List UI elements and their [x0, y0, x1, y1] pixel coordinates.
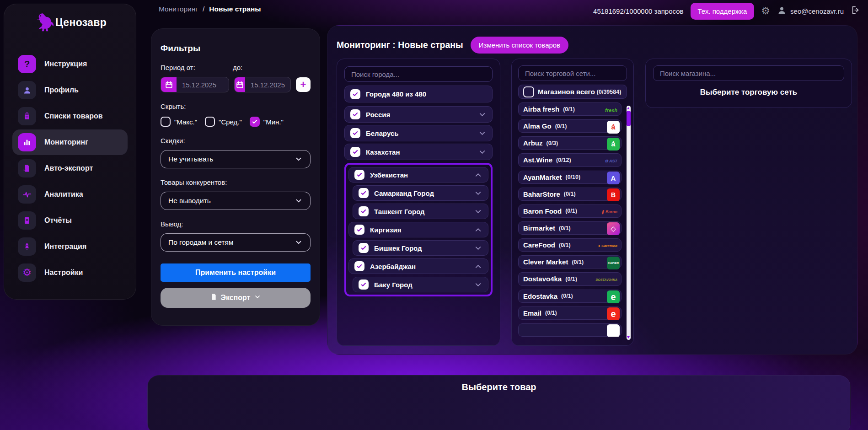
hide-option-label: "Мин." [263, 118, 284, 126]
network-name: Baron Food [523, 207, 562, 215]
checkbox-checked[interactable] [350, 128, 360, 138]
city-row[interactable]: Ташкент Город [353, 204, 488, 219]
checkbox-unchecked[interactable] [161, 117, 171, 127]
network-row[interactable]: CareFood(0/1)● Carefood [518, 238, 622, 252]
scroll-up-icon[interactable] [627, 107, 630, 109]
network-row[interactable]: BaharStore(0/1)B [518, 188, 622, 201]
scrollbar-track[interactable] [627, 106, 631, 340]
network-row[interactable]: Birmarket(0/1)◇ [518, 221, 622, 235]
network-row[interactable]: Airba fresh(0/1)fresh [518, 102, 622, 116]
country-row[interactable]: Россия [344, 106, 493, 123]
network-logo-icon: á [607, 121, 620, 134]
checkbox-checked[interactable] [354, 225, 364, 235]
network-row[interactable]: Alma Go(0/1)á [518, 119, 622, 133]
city-row[interactable]: Самарканд Город [353, 185, 488, 201]
checkbox-checked[interactable] [354, 170, 364, 180]
checkbox-unchecked[interactable] [523, 86, 534, 97]
sidebar-item-report[interactable]: Отчёты [12, 208, 128, 233]
store-search-input[interactable] [653, 65, 844, 81]
hide-option[interactable]: "Макс." [161, 117, 197, 127]
chevron-down-icon[interactable] [474, 244, 482, 253]
row-label: Беларусь [366, 129, 399, 137]
export-button[interactable]: Экспорт [161, 288, 311, 308]
network-row[interactable]: Edostavka(0/1)e [518, 290, 622, 303]
chevron-down-icon[interactable] [474, 280, 482, 289]
network-row[interactable]: Dostavo4ka(0/1)DOSTAVO4KA [518, 272, 622, 285]
period-to-label: до: [233, 64, 242, 71]
sidebar-item-bag[interactable]: Списки товаров [12, 103, 128, 129]
chevron-down-icon[interactable] [478, 129, 487, 138]
chevron-up-icon[interactable] [474, 262, 482, 271]
chevron-down-icon[interactable] [474, 189, 482, 198]
date-to-input[interactable]: 15.12.2025 [234, 77, 291, 92]
network-logo-icon: e [607, 290, 620, 303]
city-row[interactable]: Баку Город [353, 277, 488, 292]
country-row[interactable]: Узбекистан [348, 167, 488, 183]
sidebar-item-label: Профиль [44, 86, 79, 94]
breadcrumb-section[interactable]: Мониторинг [159, 5, 198, 13]
checkbox-checked[interactable] [359, 280, 369, 290]
chevron-up-icon[interactable] [474, 171, 482, 179]
apply-settings-button[interactable]: Применить настройки [161, 263, 311, 282]
filters-title: Фильтры [161, 43, 311, 54]
checkbox-checked[interactable] [250, 117, 260, 127]
sidebar-item-user[interactable]: Профиль [12, 77, 128, 103]
checkbox-checked[interactable] [350, 147, 360, 157]
country-row[interactable]: Казахстан [344, 144, 493, 160]
checkbox-checked[interactable] [350, 109, 360, 119]
country-row[interactable]: Киргизия [348, 222, 488, 237]
scroll-down-icon[interactable] [627, 336, 630, 339]
output-select[interactable]: По городам и сетям [161, 233, 311, 252]
network-row[interactable]: AyanMarket(0/10)A [518, 171, 622, 184]
sidebar-item-gear[interactable]: ⚙Настройки [12, 260, 128, 285]
competitors-select[interactable]: Не выводить [161, 192, 311, 210]
network-count: (0/1) [572, 259, 584, 265]
checkbox-checked[interactable] [354, 261, 364, 271]
discounts-select[interactable]: Не учитывать [161, 150, 311, 168]
sidebar-item-pulse[interactable]: Аналитика [12, 182, 128, 207]
country-row[interactable]: Беларусь [344, 125, 493, 141]
sidebar-item-chart[interactable]: Мониторинг [12, 129, 128, 155]
chart-icon [18, 133, 36, 151]
chevron-down-icon[interactable] [478, 110, 487, 119]
checkbox-checked[interactable] [350, 89, 360, 99]
support-button[interactable]: Тех. поддержка [691, 3, 755, 20]
logout-icon[interactable] [851, 5, 861, 17]
network-logo-icon: B [607, 188, 620, 201]
network-row[interactable]: Clever Market(0/1)CLEVER [518, 255, 622, 269]
network-row[interactable]: Baron Food(0/1)❚ Baron [518, 204, 622, 218]
checkbox-unchecked[interactable] [205, 117, 215, 127]
calendar-icon[interactable] [161, 77, 177, 92]
city-search-input[interactable] [344, 66, 493, 82]
checkbox-checked[interactable] [359, 243, 369, 253]
gear-icon[interactable]: ⚙ [761, 6, 770, 16]
sidebar-item-question[interactable]: ?Инструкция [12, 51, 128, 77]
checkbox-checked[interactable] [359, 206, 369, 216]
checkbox-checked[interactable] [359, 188, 369, 198]
sidebar-item-rocket[interactable]: Интеграция [12, 234, 128, 259]
networks-select-all-row[interactable]: Магазинов всего (0/39584) [518, 85, 627, 99]
country-row[interactable]: Азербайджан [348, 258, 488, 274]
country-list: РоссияБеларусьКазахстан [344, 106, 493, 160]
date-from-input[interactable]: 15.12.2025 [161, 77, 229, 92]
network-row[interactable]: Email(0/1)e [518, 306, 622, 320]
network-row[interactable] [518, 323, 622, 337]
scrollbar-thumb[interactable] [627, 111, 631, 126]
add-period-button[interactable]: + [296, 77, 311, 92]
city-row[interactable]: Бишкек Город [353, 240, 488, 256]
date-to-value: 15.12.2025 [245, 77, 290, 92]
chevron-down-icon[interactable] [478, 148, 487, 156]
chevron-down-icon[interactable] [474, 207, 482, 216]
cities-select-all-row[interactable]: Города 480 из 480 [344, 86, 493, 102]
network-search-input[interactable] [518, 65, 627, 81]
network-row[interactable]: Arbuz(0/3)á [518, 136, 622, 150]
calendar-icon[interactable] [235, 77, 245, 92]
hide-option[interactable]: "Сред." [205, 117, 242, 127]
sidebar-item-file-export[interactable]: Авто-экспорт [12, 156, 128, 181]
chevron-up-icon[interactable] [474, 226, 482, 234]
network-row[interactable]: Ast.Wine(0/12)✿ AST [518, 153, 622, 167]
hide-option[interactable]: "Мин." [250, 117, 284, 127]
user-account[interactable]: seo@cenozavr.ru [777, 5, 844, 17]
breadcrumb: Мониторинг / Новые страны [159, 5, 261, 13]
edit-product-list-button[interactable]: Изменить список товаров [471, 37, 568, 54]
